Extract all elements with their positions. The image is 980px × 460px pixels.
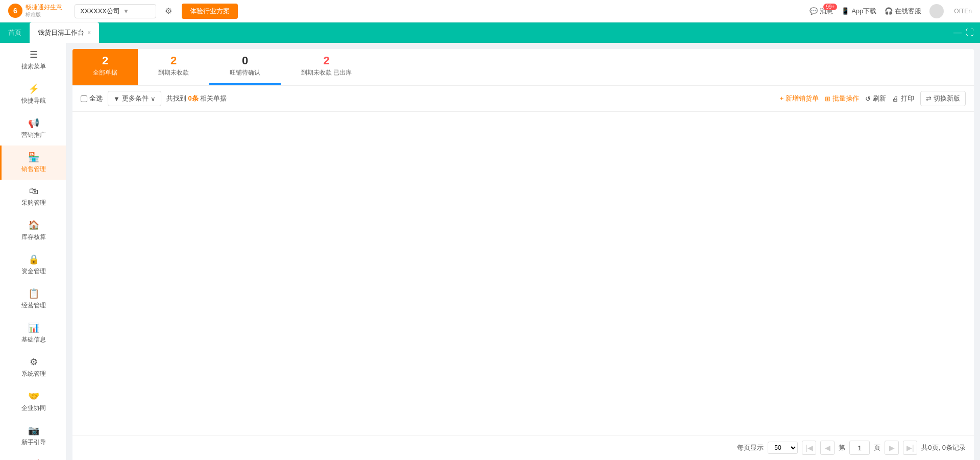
sidebar-item-purchase[interactable]: 🛍 采购管理 <box>0 180 66 213</box>
logo-text: 畅捷通好生意 <box>26 4 62 11</box>
message-badge: 99+ <box>823 4 837 10</box>
select-all-input[interactable] <box>81 95 87 102</box>
stats-label-overdue: 到期未收款 <box>158 68 189 77</box>
per-page-select[interactable]: 10 20 50 100 <box>768 442 798 454</box>
stats-label-overdue-out: 到期未收款 已出库 <box>301 68 352 77</box>
stats-tabs: 2 全部单据 2 到期未收款 0 旺铺待确认 2 到期未收款 已出库 <box>72 49 974 85</box>
batch-icon: ⊞ <box>825 95 830 103</box>
batch-label: 批量操作 <box>832 94 859 103</box>
company-selector[interactable]: XXXXXX公司 ▼ <box>75 4 156 18</box>
avatar[interactable] <box>929 4 944 18</box>
page-input[interactable] <box>849 441 870 455</box>
finance-icon: 🔒 <box>28 254 39 265</box>
stats-tab-pending[interactable]: 0 旺铺待确认 <box>209 49 281 85</box>
daily-clear-tab-label: 钱货日清工作台 <box>38 28 84 37</box>
nav-tabs-actions: — ⛶ <box>953 28 980 37</box>
found-prefix: 共找到 <box>166 94 186 102</box>
sidebar-item-basic-info[interactable]: 📊 基础信息 <box>0 316 66 350</box>
nav-tabs: 首页 钱货日清工作台 × — ⛶ <box>0 22 980 43</box>
minimize-icon[interactable]: — <box>953 28 962 37</box>
stats-label-all: 全部单据 <box>93 68 117 77</box>
basic-info-icon: 📊 <box>28 322 39 333</box>
sidebar: ☰ 搜索菜单 ⚡ 快捷导航 📢 营销推广 🏪 销售管理 🛍 采购管理 🏠 库存核… <box>0 43 66 460</box>
sidebar-item-marketing[interactable]: 📢 营销推广 <box>0 111 66 146</box>
sidebar-item-label: 基础信息 <box>21 335 46 344</box>
print-btn[interactable]: 🖨 打印 <box>892 94 914 103</box>
sales-icon: 🏪 <box>28 152 39 163</box>
message-icon: 💬 <box>810 7 818 15</box>
sidebar-item-operation[interactable]: 📋 经营管理 <box>0 282 66 316</box>
filter-icon: ▼ <box>113 95 120 103</box>
sidebar-item-search-menu[interactable]: ☰ 搜索菜单 <box>0 43 66 77</box>
home-tab-label: 首页 <box>8 28 21 37</box>
operation-icon: 📋 <box>28 288 39 299</box>
message-item[interactable]: 💬 消息 99+ <box>810 7 833 16</box>
chevron-down-icon: ∨ <box>151 95 156 103</box>
sidebar-item-quick-nav[interactable]: ⚡ 快捷导航 <box>0 77 66 111</box>
stats-count-overdue-out: 2 <box>324 55 330 66</box>
toolbar: 全选 ▼ 更多条件 ∨ 共找到 0条 相关单据 + 新增销货单 ⊞ 批量操作 <box>72 85 974 111</box>
refresh-icon: ↺ <box>865 95 871 103</box>
found-text: 共找到 0条 相关单据 <box>166 94 227 103</box>
online-service-item[interactable]: 🎧 在线客服 <box>885 7 921 16</box>
more-conditions-label: 更多条件 <box>122 94 149 103</box>
system-icon: ⚙ <box>30 356 38 368</box>
sidebar-item-finance[interactable]: 🔒 资金管理 <box>0 248 66 282</box>
tab-home[interactable]: 首页 <box>0 22 30 43</box>
sidebar-item-cooperation[interactable]: 🤝 企业协同 <box>0 384 66 419</box>
app-download-item[interactable]: 📱 App下载 <box>841 7 876 16</box>
sidebar-item-guide[interactable]: 📷 新手引导 <box>0 419 66 453</box>
close-icon[interactable]: × <box>87 29 91 36</box>
new-sales-order-btn[interactable]: + 新增销货单 <box>780 94 819 103</box>
switch-icon: ⇄ <box>926 95 932 103</box>
company-name: XXXXXX公司 <box>80 7 120 16</box>
sidebar-item-system[interactable]: ⚙ 系统管理 <box>0 350 66 384</box>
select-all-checkbox[interactable]: 全选 <box>81 94 103 103</box>
next-page-btn[interactable]: ▶ <box>885 441 899 455</box>
stats-tab-overdue[interactable]: 2 到期未收款 <box>138 49 209 85</box>
sidebar-item-app-center[interactable]: 🛒 应用中心 <box>0 453 66 460</box>
switch-version-btn[interactable]: ⇄ 切换新版 <box>920 91 966 106</box>
logo-sub: 标准版 <box>26 11 62 18</box>
tab-daily-clear[interactable]: 钱货日清工作台 × <box>30 22 99 43</box>
pagination-bar: 每页显示 10 20 50 100 |◀ ◀ 第 页 ▶ ▶| 共0页, 0条记… <box>72 435 974 460</box>
sidebar-item-sales[interactable]: 🏪 销售管理 <box>0 146 66 180</box>
inventory-icon: 🏠 <box>28 220 39 231</box>
page-suffix: 页 <box>874 443 880 452</box>
stats-tab-overdue-out[interactable]: 2 到期未收款 已出库 <box>281 49 372 85</box>
sidebar-item-label: 采购管理 <box>21 199 46 207</box>
select-all-label: 全选 <box>89 94 103 103</box>
page-prefix: 第 <box>839 443 845 452</box>
found-suffix: 相关单据 <box>200 94 227 102</box>
stats-tab-all[interactable]: 2 全部单据 <box>72 49 138 85</box>
logo: 6 畅捷通好生意 标准版 <box>8 4 75 18</box>
per-page-label: 每页显示 <box>737 443 764 452</box>
last-page-btn[interactable]: ▶| <box>903 441 917 455</box>
sidebar-item-label: 经营管理 <box>21 301 46 310</box>
settings-icon[interactable]: ⚙ <box>160 3 177 19</box>
print-label: 打印 <box>901 94 914 103</box>
refresh-label: 刷新 <box>873 94 886 103</box>
marketing-icon: 📢 <box>28 117 39 129</box>
quick-nav-icon: ⚡ <box>28 83 39 94</box>
main-layout: ☰ 搜索菜单 ⚡ 快捷导航 📢 营销推广 🏪 销售管理 🛍 采购管理 🏠 库存核… <box>0 43 980 460</box>
stats-label-pending: 旺铺待确认 <box>230 68 260 77</box>
purchase-icon: 🛍 <box>29 186 38 197</box>
stats-count-overdue: 2 <box>170 55 177 66</box>
sidebar-item-label: 销售管理 <box>21 165 46 174</box>
top-bar: 6 畅捷通好生意 标准版 XXXXXX公司 ▼ ⚙ 体验行业方案 💬 消息 99… <box>0 0 980 22</box>
sidebar-item-inventory[interactable]: 🏠 库存核算 <box>0 213 66 248</box>
first-page-btn[interactable]: |◀ <box>802 441 816 455</box>
logo-icon: 6 <box>8 4 22 18</box>
sidebar-item-label: 新手引导 <box>21 438 46 447</box>
batch-operation-btn[interactable]: ⊞ 批量操作 <box>825 94 859 103</box>
app-download-icon: 📱 <box>841 7 849 15</box>
more-conditions-btn[interactable]: ▼ 更多条件 ∨ <box>108 91 161 106</box>
total-info: 共0页, 0条记录 <box>921 443 966 452</box>
app-download-label: App下载 <box>851 7 876 16</box>
prev-page-btn[interactable]: ◀ <box>820 441 835 455</box>
refresh-btn[interactable]: ↺ 刷新 <box>865 94 886 103</box>
found-count: 0条 <box>188 94 199 102</box>
maximize-icon[interactable]: ⛶ <box>966 28 974 37</box>
experience-btn[interactable]: 体验行业方案 <box>182 4 238 19</box>
